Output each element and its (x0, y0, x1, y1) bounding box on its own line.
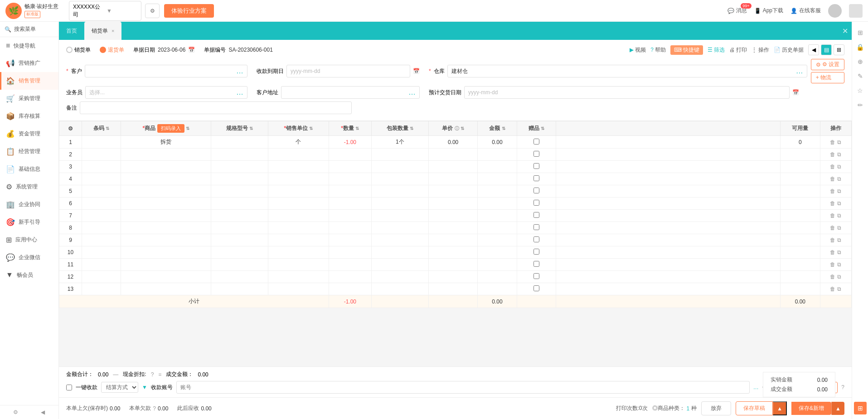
payment-help-icon[interactable]: ? (841, 384, 844, 390)
copy-icon[interactable]: ⧉ (837, 261, 841, 268)
cell-barcode[interactable] (82, 185, 121, 197)
toolbar-print-btn[interactable]: 🖨 打印 (729, 46, 747, 54)
cell-pkg[interactable] (371, 271, 428, 283)
cell-barcode[interactable] (82, 173, 121, 185)
cell-price[interactable] (428, 197, 477, 210)
cell-gift[interactable] (517, 271, 556, 283)
cell-spec[interactable] (211, 259, 268, 271)
cell-spec[interactable] (211, 173, 268, 185)
sidebar-item-finance[interactable]: 💰 资金管理 (0, 125, 58, 143)
copy-icon[interactable]: ⧉ (837, 237, 841, 243)
sidebar-search[interactable]: 🔍 搜索菜单 (0, 22, 58, 37)
cell-amount[interactable] (478, 149, 517, 161)
cell-barcode[interactable] (82, 246, 121, 259)
delete-icon[interactable]: 🗑 (830, 164, 835, 170)
copy-icon[interactable]: ⧉ (837, 225, 841, 231)
cell-unit[interactable] (268, 271, 329, 283)
cell-price[interactable] (428, 222, 477, 234)
sidebar-item-basic[interactable]: 📄 基础信息 (0, 160, 58, 178)
cell-amount[interactable]: 0.00 (478, 136, 517, 149)
sidebar-item-system[interactable]: ⚙ 系统管理 (0, 178, 58, 196)
cell-qty[interactable] (329, 210, 371, 222)
cell-product[interactable] (121, 283, 211, 295)
delete-icon[interactable]: 🗑 (830, 176, 835, 182)
cell-spec[interactable] (211, 283, 268, 295)
right-panel-btn-5[interactable]: ☆ (854, 84, 867, 97)
cell-barcode[interactable] (82, 210, 121, 222)
cell-unit[interactable] (268, 222, 329, 234)
view-toggle-2[interactable]: ▤ (821, 44, 832, 55)
sort-pkg[interactable]: ⇅ (410, 126, 413, 131)
cell-price[interactable]: 0.00 (428, 136, 477, 149)
tab-bar-close-btn[interactable]: ✕ (842, 27, 848, 35)
sort-barcode[interactable]: ⇅ (106, 126, 109, 131)
cell-price[interactable] (428, 259, 477, 271)
delete-icon[interactable]: 🗑 (830, 151, 835, 158)
cell-qty[interactable] (329, 234, 371, 246)
sidebar-item-appstore[interactable]: ⊞ 应用中心 (0, 231, 58, 249)
discard-btn[interactable]: 放弃 (701, 401, 731, 415)
cell-amount[interactable] (478, 271, 517, 283)
message-btn[interactable]: 💬 消息 99+ (727, 7, 747, 14)
gift-checkbox[interactable] (533, 261, 539, 267)
cell-amount[interactable] (478, 185, 517, 197)
avatar[interactable] (828, 4, 842, 18)
cell-unit[interactable] (268, 210, 329, 222)
logistics-btn[interactable]: + 物流 (811, 72, 844, 83)
cell-gift[interactable] (517, 283, 556, 295)
delete-icon[interactable]: 🗑 (830, 200, 835, 207)
customer-input[interactable]: … (85, 65, 247, 77)
cell-amount[interactable] (478, 283, 517, 295)
cell-unit[interactable] (268, 234, 329, 246)
cell-qty[interactable] (329, 222, 371, 234)
copy-icon[interactable]: ⧉ (837, 151, 841, 158)
cell-pkg[interactable] (371, 259, 428, 271)
delivery-calendar-icon[interactable]: 📅 (792, 89, 799, 96)
cell-spec[interactable] (211, 210, 268, 222)
cell-amount[interactable] (478, 259, 517, 271)
sidebar-item-sales[interactable]: 🏠 销售管理 (0, 72, 58, 90)
cell-gift[interactable] (517, 161, 556, 173)
tab-sales[interactable]: 销货单 × (84, 22, 121, 40)
cell-unit[interactable] (268, 283, 329, 295)
calc-method-dropdown[interactable]: ▼ (142, 384, 147, 390)
settings-button[interactable]: ⚙ (145, 4, 160, 18)
sidebar-item-operations[interactable]: 📋 经营管理 (0, 143, 58, 160)
cell-spec[interactable] (211, 246, 268, 259)
cell-spec[interactable] (211, 271, 268, 283)
cell-qty[interactable] (329, 197, 371, 210)
warehouse-input[interactable]: 建材仓 … (447, 65, 807, 77)
cell-unit[interactable] (268, 259, 329, 271)
right-panel-btn-1[interactable]: ⊞ (854, 26, 867, 39)
right-panel-btn-orange[interactable]: ⊞ (854, 402, 867, 414)
sidebar-item-wechat[interactable]: 💬 企业微信 (0, 249, 58, 266)
online-service-btn[interactable]: 👤 在线客服 (790, 7, 821, 14)
cell-unit[interactable] (268, 173, 329, 185)
cell-barcode[interactable] (82, 234, 121, 246)
cell-gift[interactable] (517, 210, 556, 222)
address-dots-btn[interactable]: … (408, 88, 416, 96)
scan-btn[interactable]: 扫码录入 (157, 124, 184, 133)
trial-btn[interactable]: 体验行业方案 (164, 4, 214, 18)
cell-qty[interactable] (329, 161, 371, 173)
account-input[interactable] (176, 381, 750, 394)
view-toggle-3[interactable]: ⊞ (834, 44, 844, 55)
app-download-btn[interactable]: 📱 App下载 (754, 7, 783, 14)
cell-price[interactable] (428, 246, 477, 259)
cell-amount[interactable] (478, 210, 517, 222)
gift-checkbox[interactable] (533, 212, 539, 218)
sidebar-item-member[interactable]: ▼ 畅会员 (0, 266, 58, 284)
warehouse-dots-btn[interactable]: … (796, 67, 803, 75)
date-calendar-icon[interactable]: 📅 (188, 47, 195, 53)
price-info-icon[interactable]: ⓘ (455, 126, 459, 131)
sort-product[interactable]: ⇅ (186, 126, 189, 131)
tab-close-icon[interactable]: × (112, 28, 114, 34)
cell-product[interactable] (121, 246, 211, 259)
delivery-date-input[interactable]: yyyy-mm-dd (464, 86, 790, 99)
right-panel-btn-4[interactable]: ✎ (854, 70, 867, 82)
cell-product[interactable] (121, 185, 211, 197)
cell-amount[interactable] (478, 246, 517, 259)
cell-qty[interactable] (329, 246, 371, 259)
cell-pkg[interactable] (371, 222, 428, 234)
cell-unit[interactable] (268, 197, 329, 210)
